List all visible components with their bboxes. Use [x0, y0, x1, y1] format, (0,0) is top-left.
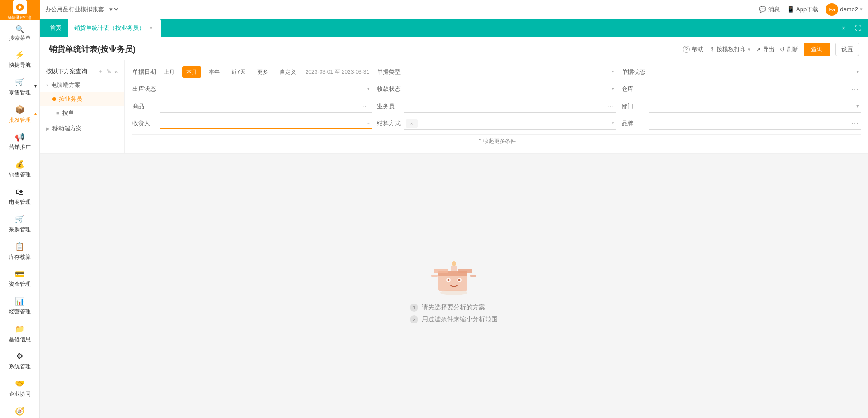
plan-item-by-salesperson[interactable]: 按业务员 — [40, 92, 124, 106]
quicknav-icon: ⚡ — [15, 50, 24, 61]
app-download-action[interactable]: 📱 App下载 — [787, 5, 818, 14]
print-icon: 🖨 — [709, 46, 715, 53]
app-switcher[interactable]: ▾ — [108, 5, 120, 13]
goods-dropdown[interactable]: ··· — [160, 100, 372, 113]
sidebar-item-system[interactable]: ⚙ 系统管理 — [0, 347, 39, 374]
sidebar-item-purchase[interactable]: 🛒 采购管理 — [0, 209, 39, 237]
search-button[interactable]: 查询 — [804, 43, 830, 56]
goods-control: ··· — [160, 100, 372, 113]
svg-rect-4 — [434, 269, 448, 273]
sales-icon: 💰 — [15, 159, 24, 170]
export-label: 导出 — [763, 45, 774, 53]
sidebar-item-retail[interactable]: 🛒 零售管理 ▾ — [0, 72, 39, 100]
date-btn-last-month[interactable]: 上月 — [160, 66, 179, 78]
out-status-label: 出库状态 — [132, 85, 156, 93]
wholesale-label: 批发管理 — [9, 116, 31, 124]
search-menu[interactable]: 🔍 搜索菜单 — [0, 20, 39, 45]
plan-subitem-by-order[interactable]: ≡ 按单 — [40, 106, 124, 120]
recipient-input[interactable] — [160, 118, 372, 129]
doc-type-control: ▾ — [404, 66, 616, 78]
tabbar: 首页 销货单统计表（按业务员） × × ⛶ — [40, 19, 868, 37]
username: demo2 — [840, 6, 858, 13]
hint-text-1: 请先选择要分析的方案 — [422, 304, 485, 312]
logo-text: 畅捷通好生意 — [8, 15, 32, 20]
desktop-group-arrow-icon: ▾ — [46, 83, 48, 88]
collapse-filters-button[interactable]: ⌃ 收起更多条件 — [132, 134, 861, 148]
sidebar-item-inventory[interactable]: 📋 库存核算 — [0, 237, 39, 265]
date-btn-this-year[interactable]: 本年 — [205, 66, 224, 78]
sidebar-item-basic[interactable]: 📁 基础信息 — [0, 319, 39, 347]
system-label: 系统管理 — [9, 363, 31, 370]
doc-type-chevron-icon: ▾ — [612, 69, 614, 75]
export-button[interactable]: ↗ 导出 — [756, 45, 774, 53]
date-btn-custom[interactable]: 自定义 — [276, 66, 300, 78]
salesperson-dropdown[interactable]: ··· — [404, 100, 616, 113]
desktop-group-label: 电脑端方案 — [51, 81, 80, 89]
brand-label: 品牌 — [622, 119, 645, 128]
tab-close-button[interactable]: × — [147, 24, 155, 32]
brand-control: ··· — [649, 117, 861, 130]
mobile-group-arrow-icon: ▶ — [46, 126, 50, 131]
sidebar-quicknav[interactable]: ⚡ 快捷导航 — [0, 45, 39, 73]
tag-close-button[interactable]: × — [409, 120, 415, 127]
edit-plan-button[interactable]: ✎ — [106, 68, 112, 75]
payment-status-filter: 收款状态 ▾ — [377, 83, 616, 95]
add-plan-button[interactable]: ＋ — [97, 67, 104, 76]
help-button[interactable]: ? 帮助 — [683, 45, 703, 53]
date-btn-this-month[interactable]: 本月 — [182, 66, 201, 78]
sidebar-item-finance[interactable]: 💳 资金管理 — [0, 265, 39, 292]
warehouse-dropdown[interactable]: ··· — [649, 83, 861, 95]
refresh-button[interactable]: ↺ 刷新 — [780, 45, 798, 53]
hint-text-2: 用过滤条件来缩小分析范围 — [422, 315, 498, 323]
doc-status-dropdown[interactable]: ▾ — [649, 66, 861, 78]
message-action[interactable]: 💬 消息 — [759, 5, 780, 14]
sidebar-item-wholesale[interactable]: 📦 批发管理 ▴ — [0, 100, 39, 128]
date-filter-row: 单据日期 上月 本月 本年 近7天 更多 自定义 2023-03-01 至 20… — [132, 66, 861, 78]
doc-type-dropdown[interactable]: ▾ — [404, 66, 616, 78]
tab-sales-report[interactable]: 销货单统计表（按业务员） × — [68, 19, 161, 37]
print-chevron-icon: ▾ — [748, 47, 750, 52]
sidebar-item-operation[interactable]: 📊 经营管理 — [0, 292, 39, 319]
help-label: 帮助 — [692, 45, 703, 53]
date-btn-more[interactable]: 更多 — [253, 66, 272, 78]
marketing-label: 营销推广 — [9, 143, 31, 151]
payment-status-control: ▾ — [404, 83, 616, 95]
settlement-dropdown[interactable]: × ▾ — [404, 117, 616, 130]
print-button[interactable]: 🖨 按模板打印 ▾ — [709, 45, 750, 53]
brand-dropdown[interactable]: ··· — [649, 117, 861, 130]
tab-maximize-button[interactable]: ⛶ — [852, 22, 864, 34]
sidebar-item-sales[interactable]: 💰 销售管理 — [0, 155, 39, 182]
settings-button[interactable]: 设置 — [835, 43, 859, 56]
empty-state: 1 请先选择要分析的方案 2 用过滤条件来缩小分析范围 — [40, 154, 868, 418]
date-buttons: 上月 本月 本年 近7天 更多 自定义 2023-03-01 至 2023-03… — [160, 66, 369, 78]
plan-group-mobile-header[interactable]: ▶ 移动端方案 — [40, 122, 124, 135]
purchase-label: 采购管理 — [9, 226, 31, 233]
sidebar-item-marketing[interactable]: 📢 营销推广 — [0, 128, 39, 155]
message-icon: 💬 — [759, 6, 766, 13]
newbie-icon: 🧭 — [15, 406, 24, 417]
date-btn-last7[interactable]: 近7天 — [227, 66, 250, 78]
sidebar-item-collab[interactable]: 🤝 企业协同 — [0, 374, 39, 402]
topbar: 办公用品行业模拟账套 ▾ 💬 消息 📱 App下载 Ea demo2 ▾ — [40, 0, 868, 19]
logo-icon — [13, 0, 27, 14]
doc-status-filter: 单据状态 ▾ — [622, 66, 861, 78]
retail-label: 零售管理 — [9, 89, 31, 96]
tab-close-all-button[interactable]: × — [837, 22, 850, 34]
sidebar-item-ecom[interactable]: 🛍 电商管理 — [0, 182, 39, 210]
plan-group-desktop: ▾ 电脑端方案 按业务员 ≡ 按单 — [40, 78, 124, 120]
ecom-label: 电商管理 — [9, 199, 31, 206]
content: 销货单统计表(按业务员) ? 帮助 🖨 按模板打印 ▾ ↗ 导出 — [40, 37, 868, 418]
out-status-dropdown[interactable]: ▾ — [160, 83, 372, 95]
quicknav-label: 快捷导航 — [9, 62, 31, 69]
user-action[interactable]: Ea demo2 ▾ — [826, 3, 863, 16]
sidebar-item-newbie[interactable]: 🧭 新手引导 — [0, 402, 39, 418]
filter-row-3: 商品 ··· 业务员 — [132, 100, 861, 113]
export-icon: ↗ — [756, 46, 761, 53]
department-dropdown[interactable]: ▾ — [649, 100, 861, 113]
plan-group-desktop-header[interactable]: ▾ 电脑端方案 — [40, 78, 124, 92]
salesperson-label: 业务员 — [377, 102, 401, 110]
payment-status-dropdown[interactable]: ▾ — [404, 83, 616, 95]
tab-home[interactable]: 首页 — [43, 19, 68, 37]
collapse-panel-button[interactable]: « — [114, 68, 118, 75]
department-control: ▾ — [649, 100, 861, 113]
